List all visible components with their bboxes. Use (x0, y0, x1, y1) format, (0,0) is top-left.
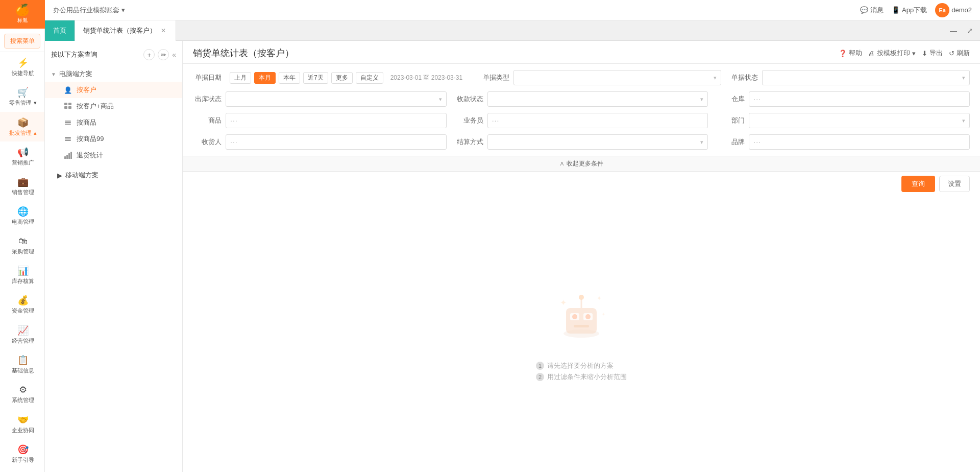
customer-scheme-icon: 👤 (63, 85, 72, 95)
tab-maximize-button[interactable]: ⤢ (964, 25, 976, 37)
receipt-status-select[interactable]: ▾ (487, 91, 708, 107)
print-dropdown-icon: ▾ (912, 50, 916, 57)
sidebar-item-appstore[interactable]: 🔧 应用中心 (0, 468, 44, 472)
export-button[interactable]: ⬇ 导出 (922, 49, 943, 58)
collapse-filter-bar[interactable]: ∧ 收起更多条件 (183, 156, 980, 172)
doc-status-select[interactable]: ▾ (762, 70, 970, 85)
tabbar: 首页 销货单统计表（按客户） ✕ — ⤢ (45, 20, 980, 41)
sidebar-item-basic[interactable]: 📋 基础信息 (0, 349, 44, 379)
scheme-item-by-goods99[interactable]: 按商品99 (45, 131, 182, 147)
scheme-item-label: 退货统计 (77, 151, 103, 160)
out-status-select[interactable]: ▾ (226, 91, 447, 107)
doc-type-select[interactable]: ▾ (513, 70, 721, 85)
shortcut-icon: ⚡ (17, 57, 29, 68)
date-btn-custom[interactable]: 自定义 (356, 72, 383, 84)
app-download-button[interactable]: 📱 App下载 (892, 6, 927, 15)
tab-minimize-button[interactable]: — (947, 25, 960, 37)
scheme-item-by-customer-goods[interactable]: 按客户+商品 (45, 98, 182, 114)
print-button[interactable]: 🖨 按模板打印 ▾ (868, 49, 916, 58)
sidebar-item-retail[interactable]: 🛒 零售管理 ▾ (0, 82, 44, 111)
message-button[interactable]: 💬 消息 (860, 6, 884, 15)
empty-tips: 1 请先选择要分析的方案 2 用过滤条件来缩小分析范围 (536, 359, 627, 384)
left-panel-header: 按以下方案查询 + ✏ « (45, 45, 182, 64)
add-scheme-button[interactable]: + (143, 49, 155, 60)
sidebar-item-purchase[interactable]: 🛍 采购管理 (0, 231, 44, 260)
svg-rect-20 (574, 325, 589, 327)
search-menu-button[interactable]: 搜索菜单 (4, 34, 40, 49)
salesperson-filter: 业务员 ··· (455, 113, 708, 128)
query-button[interactable]: 查询 (901, 176, 935, 192)
message-icon: 💬 (860, 6, 868, 14)
app-logo[interactable]: 🍊 标胤 (0, 0, 45, 29)
empty-state-illustration: ✦ ✦ ✦ (551, 285, 612, 351)
out-status-filter: 出库状态 ▾ (193, 91, 447, 107)
brand-filter: 品牌 ··· (716, 134, 970, 150)
sidebar-item-enterprise[interactable]: 🤝 企业协同 (0, 409, 44, 439)
scheme-item-label: 按商品 (77, 118, 96, 127)
goods-select[interactable]: ··· (226, 113, 447, 128)
date-btn-more[interactable]: 更多 (331, 72, 353, 84)
sidebar-item-finance[interactable]: 💰 资金管理 (0, 290, 44, 319)
sidebar-item-sales[interactable]: 💼 销售管理 (0, 171, 44, 201)
sidebar-item-marketing[interactable]: 📢 营销推广 (0, 141, 44, 171)
tab-sales-stats[interactable]: 销货单统计表（按客户） ✕ (75, 20, 176, 41)
collapse-panel-button[interactable]: « (172, 51, 176, 59)
scheme-item-by-goods[interactable]: 按商品 (45, 114, 182, 131)
svg-point-18 (572, 314, 577, 319)
date-btn-this-month[interactable]: 本月 (254, 72, 276, 84)
receiver-filter: 收货人 ··· (193, 134, 447, 150)
operations-icon: 📈 (17, 325, 29, 336)
doc-type-filter: 单据类型 ▾ (481, 70, 721, 85)
collapse-up-icon: ∧ (559, 160, 566, 167)
filter-row-2: 出库状态 ▾ 收款状态 ▾ 仓库 (193, 91, 970, 107)
sidebar-item-inventory[interactable]: 📊 库存核算 (0, 260, 44, 290)
tabbar-controls: — ⤢ (947, 25, 980, 37)
sidebar: 🍊 标胤 搜索菜单 ⚡ 快捷导航 🛒 零售管理 ▾ 📦 批发管理 ▴ 📢 营销推… (0, 0, 45, 472)
enterprise-icon: 🤝 (17, 414, 29, 426)
scheme-item-return-stats[interactable]: 退货统计 (45, 147, 182, 163)
warehouse-select[interactable]: ··· (749, 91, 970, 107)
tab-home[interactable]: 首页 (45, 20, 75, 41)
sidebar-item-wholesale[interactable]: 📦 批发管理 ▴ (0, 112, 44, 141)
sidebar-item-system[interactable]: ⚙ 系统管理 (0, 379, 44, 409)
dept-select[interactable]: ▾ (749, 113, 970, 128)
sidebar-label: 采购管理 (12, 248, 34, 255)
sidebar-item-ecommerce[interactable]: 🌐 电商管理 (0, 201, 44, 230)
ecommerce-icon: 🌐 (17, 206, 29, 217)
refresh-button[interactable]: ↺ 刷新 (949, 49, 970, 58)
salesperson-label: 业务员 (455, 116, 483, 125)
dept-filter: 部门 ▾ (716, 113, 970, 128)
brand-select[interactable]: ··· (749, 134, 970, 150)
sidebar-item-newbie[interactable]: 🎯 新手引导 (0, 439, 44, 468)
scheme-item-label: 按商品99 (77, 134, 104, 144)
edit-scheme-button[interactable]: ✏ (158, 49, 169, 60)
user-profile[interactable]: Ea demo2 (935, 3, 972, 17)
date-btn-last-month[interactable]: 上月 (230, 72, 251, 84)
scheme-item-by-customer[interactable]: 👤 按客户 (45, 82, 182, 98)
sidebar-item-operations[interactable]: 📈 经营管理 (0, 320, 44, 349)
tab-close-button[interactable]: ✕ (159, 27, 167, 35)
date-btn-this-year[interactable]: 本年 (279, 72, 300, 84)
settings-button[interactable]: 设置 (939, 176, 970, 192)
dropdown-icon: ▾ (121, 6, 125, 14)
right-content: 销货单统计表（按客户） ❓ 帮助 🖨 按模板打印 ▾ ⬇ 导出 (183, 41, 980, 472)
topbar: 办公用品行业模拟账套 ▾ 💬 消息 📱 App下载 Ea demo2 (45, 0, 980, 20)
date-btn-last7days[interactable]: 近7天 (303, 72, 328, 84)
finance-icon: 💰 (17, 295, 29, 306)
warehouse-placeholder: ··· (753, 95, 761, 103)
sidebar-item-shortcut[interactable]: ⚡ 快捷导航 (0, 52, 44, 82)
sidebar-label: 库存核算 (12, 277, 34, 285)
topbar-left: 办公用品行业模拟账套 ▾ (53, 6, 125, 15)
doc-type-arrow-icon: ▾ (714, 75, 717, 81)
filter-area: 单据日期 上月 本月 本年 近7天 更多 自定义 2023-03-01 至 20… (183, 64, 980, 156)
scheme-group-mobile-header[interactable]: ▶ 移动端方案 (45, 168, 182, 183)
salesperson-select[interactable]: ··· (487, 113, 708, 128)
scheme-group-desktop-header[interactable]: ▼ 电脑端方案 (45, 66, 182, 82)
help-button[interactable]: ❓ 帮助 (839, 49, 862, 58)
industry-selector[interactable]: 办公用品行业模拟账套 ▾ (53, 6, 125, 15)
settlement-select[interactable]: ▾ (487, 134, 708, 150)
receiver-select[interactable]: ··· (226, 134, 447, 150)
scheme-group-mobile-label: 移动端方案 (65, 171, 99, 180)
dept-arrow-icon: ▾ (962, 117, 965, 124)
goods-filter: 商品 ··· (193, 113, 447, 128)
